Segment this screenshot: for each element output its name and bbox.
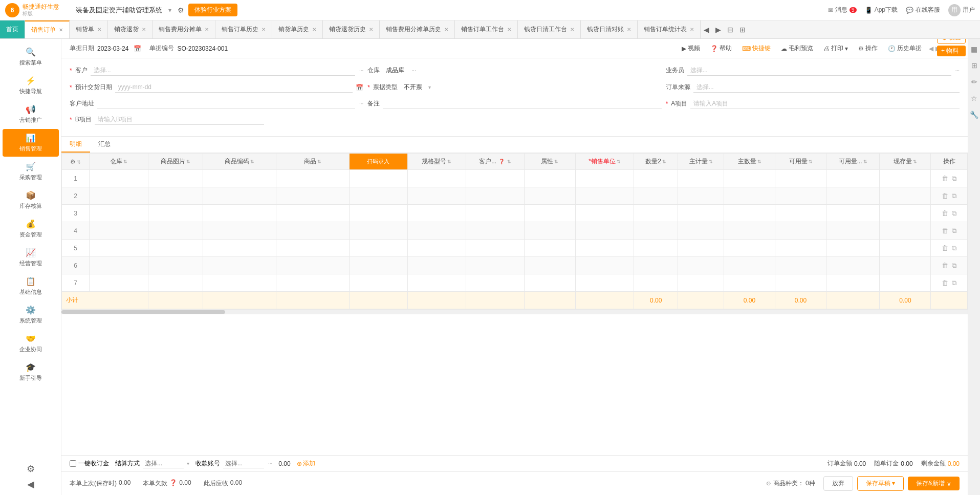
row-delete-btn[interactable]: 🗑: [942, 279, 948, 287]
tab-close-11[interactable]: ✕: [627, 27, 631, 32]
th-gear[interactable]: ⚙⇅: [62, 154, 90, 170]
th-scan[interactable]: 扫码录入: [349, 154, 407, 170]
tab-close-sales-order[interactable]: ✕: [59, 27, 63, 33]
tab-summary[interactable]: 汇总: [90, 137, 119, 153]
scrollbar-thumb[interactable]: [61, 310, 225, 314]
one-click-checkbox[interactable]: [70, 460, 76, 467]
order-source-input[interactable]: [693, 82, 960, 93]
sidebar-item-purchase[interactable]: 🛒 采购管理: [3, 158, 59, 185]
tab-history4[interactable]: 销售费用分摊单历史 ✕: [380, 20, 455, 39]
row-copy-btn[interactable]: ⧉: [952, 209, 956, 217]
row-copy-btn[interactable]: ⧉: [952, 279, 956, 287]
shortcut-btn[interactable]: ⌨ 快捷键: [739, 43, 774, 54]
tab-close-5[interactable]: ✕: [262, 27, 266, 32]
a-project-input[interactable]: [690, 98, 960, 109]
tab-reconcile[interactable]: 钱货日清对账 ✕: [581, 20, 638, 39]
tab-sales-order[interactable]: 销售订单 ✕: [25, 20, 70, 39]
notes-input[interactable]: [383, 98, 661, 109]
print-btn[interactable]: 🖨 打印 ▾: [820, 43, 851, 54]
sidebar-item-quick-nav[interactable]: ⚡ 快捷导航: [3, 72, 59, 99]
tab-close-2[interactable]: ✕: [97, 27, 101, 32]
right-panel-btn-5[interactable]: 🔧: [970, 109, 978, 121]
tab-next-btn[interactable]: ▶: [712, 20, 724, 39]
user-btn[interactable]: 用 用户: [948, 4, 975, 16]
tab-close-3[interactable]: ✕: [142, 27, 146, 32]
tab-home[interactable]: 首页: [0, 20, 25, 39]
tab-fee-split[interactable]: 销售费用分摊单 ✕: [153, 20, 215, 39]
operations-btn[interactable]: ⚙ 操作: [855, 43, 881, 54]
right-panel-btn-2[interactable]: ⊞: [971, 59, 977, 72]
th-name[interactable]: 商品⇅: [276, 154, 349, 170]
sidebar-collapse-btn[interactable]: ◀: [27, 479, 34, 490]
row-copy-btn[interactable]: ⧉: [952, 227, 956, 234]
sidebar-item-enterprise[interactable]: 🤝 企业协同: [3, 330, 59, 357]
tab-history2[interactable]: 销货单历史 ✕: [272, 20, 323, 39]
tab-close-4[interactable]: ✕: [205, 27, 209, 32]
row-delete-btn[interactable]: 🗑: [942, 175, 948, 182]
tab-close-8[interactable]: ✕: [444, 27, 448, 32]
sidebar-item-sales[interactable]: 📊 销售管理: [3, 129, 59, 157]
customer-more[interactable]: ···: [359, 68, 363, 73]
th-spec[interactable]: 规格型号⇅: [407, 154, 466, 170]
view-btn[interactable]: ▶ 视频: [679, 43, 703, 54]
row-delete-btn[interactable]: 🗑: [942, 262, 948, 269]
settings-btn[interactable]: ⚙ 设置: [937, 39, 966, 44]
row-delete-btn[interactable]: 🗑: [942, 244, 948, 252]
tab-more-btn[interactable]: ⊟: [724, 20, 736, 39]
sidebar-item-system[interactable]: ⚙️ 系统管理: [3, 301, 59, 329]
tab-workbench1[interactable]: 销售订单工作台 ✕: [455, 20, 518, 39]
save-draft-btn[interactable]: 保存草稿 ▾: [857, 476, 904, 491]
address-input[interactable]: [97, 98, 355, 109]
settings-icon[interactable]: ⚙: [178, 6, 184, 14]
tab-detail[interactable]: 明细: [61, 137, 90, 153]
bank-input[interactable]: [223, 459, 264, 468]
th-avail[interactable]: 可用量⇅: [775, 154, 826, 170]
sidebar-item-operations[interactable]: 📈 经营管理: [3, 244, 59, 271]
right-panel-btn-1[interactable]: ▦: [971, 43, 977, 55]
scan-btn[interactable]: 扫码录入: [364, 157, 393, 166]
sidebar-item-inventory[interactable]: 📦 库存核算: [3, 186, 59, 214]
th-code[interactable]: 商品编码⇅: [203, 154, 276, 170]
address-more[interactable]: ···: [359, 101, 363, 106]
row-delete-btn[interactable]: 🗑: [942, 209, 948, 217]
sidebar-item-marketing[interactable]: 📢 营销推广: [3, 100, 59, 128]
staff-input[interactable]: [687, 65, 951, 76]
sidebar-item-newbie[interactable]: 🎓 新手引导: [3, 358, 59, 386]
invoice-value[interactable]: 不开票: [401, 81, 425, 93]
payment-method-input[interactable]: [143, 459, 184, 468]
row-copy-btn[interactable]: ⧉: [952, 262, 956, 269]
tab-close-9[interactable]: ✕: [507, 27, 511, 32]
profit-preview-btn[interactable]: ☁ 毛利预览: [778, 43, 816, 54]
sidebar-item-finance[interactable]: 💰 资金管理: [3, 215, 59, 243]
tab-return[interactable]: 销货退货 ✕: [108, 20, 153, 39]
th-avail2[interactable]: 可用量...⇅: [826, 154, 880, 170]
history-btn[interactable]: 🕐 历史单据: [885, 43, 925, 54]
one-click-checkout[interactable]: 一键收订金: [70, 459, 109, 468]
message-btn[interactable]: ✉ 消息 9: [828, 6, 857, 14]
save-new-btn[interactable]: 保存&新增 ∨: [908, 477, 960, 490]
row-delete-btn[interactable]: 🗑: [942, 227, 948, 234]
payment-amount[interactable]: 0.00: [278, 460, 290, 467]
tab-stats[interactable]: 销售订单统计表 ✕: [638, 20, 701, 39]
th-qty2[interactable]: 数量2⇅: [634, 154, 678, 170]
th-main-unit[interactable]: 主计量⇅: [678, 154, 724, 170]
row-copy-btn[interactable]: ⧉: [952, 192, 956, 200]
tab-history3[interactable]: 销货退货历史 ✕: [323, 20, 380, 39]
warehouse-more[interactable]: ···: [411, 68, 416, 73]
industry-btn[interactable]: 体验行业方案: [188, 4, 237, 16]
th-stock[interactable]: 现存量⇅: [880, 154, 931, 170]
tab-close-12[interactable]: ✕: [690, 27, 694, 32]
staff-more[interactable]: ···: [955, 68, 960, 73]
tab-daily-clear[interactable]: 钱货日清工作台 ✕: [518, 20, 581, 39]
app-download-btn[interactable]: 📱 App下载: [865, 6, 898, 14]
sidebar-item-basic-info[interactable]: 📋 基础信息: [3, 272, 59, 300]
tab-prev-btn[interactable]: ◀: [701, 20, 712, 39]
b-project-input[interactable]: [95, 114, 264, 125]
sidebar-item-search[interactable]: 🔍 搜索菜单: [3, 43, 59, 71]
discard-btn[interactable]: 放弃: [823, 476, 853, 491]
add-payment-btn[interactable]: ⊕ 添加: [297, 459, 315, 468]
right-panel-btn-3[interactable]: ✏: [971, 76, 977, 88]
online-support-btn[interactable]: 💬 在线客服: [906, 6, 940, 14]
right-panel-btn-4[interactable]: ☆: [971, 92, 977, 104]
th-cust[interactable]: 客户... ❓ ⇅: [466, 154, 525, 170]
